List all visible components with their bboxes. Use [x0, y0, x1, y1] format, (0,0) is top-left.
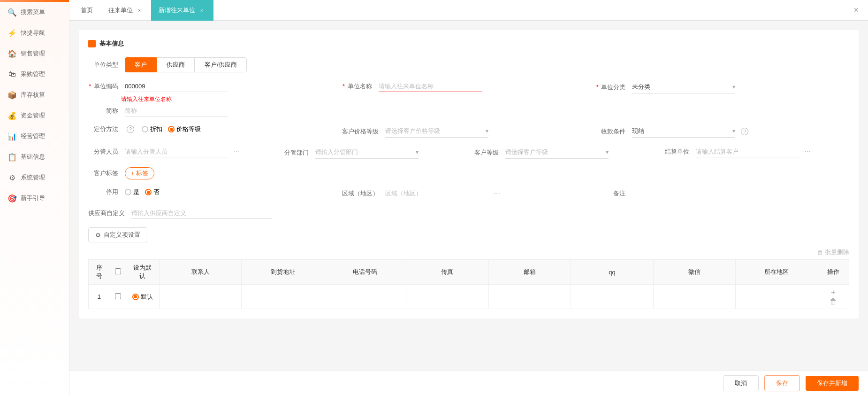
contact-input[interactable]	[164, 293, 236, 300]
short-name-input[interactable]	[125, 105, 228, 116]
cell-phone	[324, 285, 406, 309]
add-tag-button[interactable]: + 标签	[125, 167, 154, 179]
delete-row-icon[interactable]: 🗑	[830, 297, 837, 305]
batch-delete-label[interactable]: 批量删除	[825, 248, 849, 256]
th-default: 设为默认	[126, 260, 159, 285]
row-pricing: 定价方法 ? 折扣 价格等级 客户价格等级	[88, 125, 849, 138]
sidebar-item-finance[interactable]: 💰 资金管理	[0, 105, 69, 126]
btn-both[interactable]: 客户/供应商	[195, 57, 247, 72]
address-input[interactable]	[246, 293, 319, 300]
tab-home[interactable]: 首页	[73, 0, 101, 21]
th-seq: 序号	[89, 260, 110, 285]
tab-bar-close-button[interactable]: ×	[848, 5, 864, 15]
payment-condition-select[interactable]: 现结 ▾	[632, 125, 735, 138]
row-checkbox[interactable]	[115, 293, 121, 299]
customer-level-select[interactable]: 请选择客户等级 ▾	[505, 146, 609, 159]
fax-input[interactable]	[411, 293, 483, 300]
unit-name-input[interactable]	[379, 81, 482, 92]
settlement-unit-input[interactable]	[696, 146, 799, 157]
sidebar-item-sales[interactable]: 🏠 销售管理	[0, 43, 69, 64]
sidebar-item-purchase[interactable]: 🛍 采购管理	[0, 64, 69, 85]
region-input[interactable]	[385, 188, 488, 199]
phone-input[interactable]	[329, 293, 401, 300]
table-row: 1 默认	[89, 285, 849, 309]
main-area: 首页 往来单位 × 新增往来单位 × × 基本信息 单位类型 客户	[69, 0, 868, 396]
field-manager: 分管人员 ···	[88, 146, 279, 157]
cell-region	[736, 285, 818, 309]
form-card: 基本信息 单位类型 客户 供应商 客户/供应商 *	[79, 30, 859, 318]
btn-supplier[interactable]: 供应商	[157, 57, 195, 72]
customer-price-level-select[interactable]: 请选择客户价格等级 ▾	[385, 125, 488, 138]
cancel-button[interactable]: 取消	[723, 375, 759, 391]
region-label: 区域（地区）	[342, 189, 381, 198]
radio-no[interactable]: 否	[145, 188, 160, 196]
save-new-button[interactable]: 保存并新增	[806, 376, 859, 391]
unit-type-field: 单位类型 客户 供应商 客户/供应商	[88, 57, 849, 72]
customer-tag-label: 客户标签	[88, 169, 121, 178]
th-region: 所在地区	[736, 260, 818, 285]
tab-new-counterparty[interactable]: 新增往来单位 ×	[151, 0, 213, 21]
row-default-radio[interactable]: 默认	[131, 293, 154, 301]
department-select[interactable]: 请输入分管部门 ▾	[315, 146, 419, 159]
sidebar-item-label: 库存核算	[21, 91, 45, 99]
tab-new-counterparty-close[interactable]: ×	[198, 7, 206, 14]
th-action: 操作	[818, 260, 849, 285]
unit-category-label: * 单位分类	[595, 83, 628, 92]
settings-gear-icon: ⚙	[95, 232, 101, 239]
radio-default-circle	[132, 294, 139, 300]
custom-settings-button[interactable]: ⚙ 自定义项设置	[88, 227, 147, 242]
trash-icon: 🗑	[817, 249, 823, 256]
manager-more-icon[interactable]: ···	[234, 148, 240, 156]
field-remark: 备注	[595, 188, 849, 199]
radio-no-circle	[145, 189, 152, 195]
payment-help-icon[interactable]: ?	[741, 128, 748, 135]
wechat-input[interactable]	[658, 293, 731, 300]
pricing-radio-group: 折扣 价格等级	[142, 125, 201, 133]
sidebar-item-newbie[interactable]: 🎯 新手引导	[0, 188, 69, 209]
system-icon: ⚙	[8, 173, 17, 182]
region-table-input[interactable]	[740, 293, 813, 300]
email-input[interactable]	[494, 293, 566, 300]
qq-input[interactable]	[576, 293, 648, 300]
save-button[interactable]: 保存	[764, 375, 800, 391]
tab-new-counterparty-label: 新增往来单位	[159, 6, 195, 15]
sidebar-item-label: 采购管理	[21, 70, 45, 78]
manager-label: 分管人员	[88, 148, 121, 156]
sidebar-item-label: 新手引导	[21, 194, 45, 202]
row-supplier-custom: 供应商自定义	[88, 208, 849, 219]
newbie-icon: 🎯	[8, 194, 17, 203]
radio-price-level[interactable]: 价格等级	[168, 125, 201, 133]
settlement-unit-more-icon[interactable]: ···	[805, 148, 811, 156]
th-address: 到货地址	[242, 260, 324, 285]
pricing-method-label: 定价方法	[88, 125, 121, 133]
field-customer-tag: 客户标签 + 标签	[88, 167, 849, 179]
remark-input[interactable]	[632, 188, 735, 199]
region-more-icon[interactable]: ···	[494, 189, 500, 198]
chevron-down-icon: ▾	[732, 84, 735, 90]
sidebar-item-inventory[interactable]: 📦 库存核算	[0, 85, 69, 105]
sidebar-item-search[interactable]: 🔍 搜索菜单	[0, 2, 69, 23]
radio-yes[interactable]: 是	[125, 188, 139, 196]
sales-icon: 🏠	[8, 49, 17, 58]
purchase-icon: 🛍	[8, 70, 17, 79]
field-disabled: 停用 是 否	[88, 188, 342, 196]
pricing-help-icon[interactable]: ?	[127, 125, 134, 133]
btn-customer[interactable]: 客户	[125, 57, 157, 72]
customer-level-label: 客户等级	[469, 148, 502, 157]
unit-category-select[interactable]: 未分类 ▾	[632, 81, 735, 93]
manager-input[interactable]	[125, 146, 228, 157]
sidebar-item-basic-info[interactable]: 📋 基础信息	[0, 147, 69, 167]
sidebar-item-quicknav[interactable]: ⚡ 快捷导航	[0, 23, 69, 43]
supplier-custom-input[interactable]	[131, 208, 272, 219]
sidebar-item-system[interactable]: ⚙ 系统管理	[0, 167, 69, 188]
settlement-unit-label: 结算单位	[659, 148, 692, 156]
radio-discount[interactable]: 折扣	[142, 125, 162, 133]
chevron-down-icon: ▾	[732, 128, 735, 134]
select-all-checkbox[interactable]	[115, 268, 121, 274]
add-row-icon[interactable]: ＋	[830, 288, 837, 296]
unit-code-input[interactable]	[125, 81, 228, 92]
cell-default: 默认	[126, 285, 159, 309]
sidebar-item-operations[interactable]: 📊 经营管理	[0, 126, 69, 147]
tab-counterparty[interactable]: 往来单位 ×	[101, 0, 151, 21]
tab-counterparty-close[interactable]: ×	[136, 7, 143, 14]
